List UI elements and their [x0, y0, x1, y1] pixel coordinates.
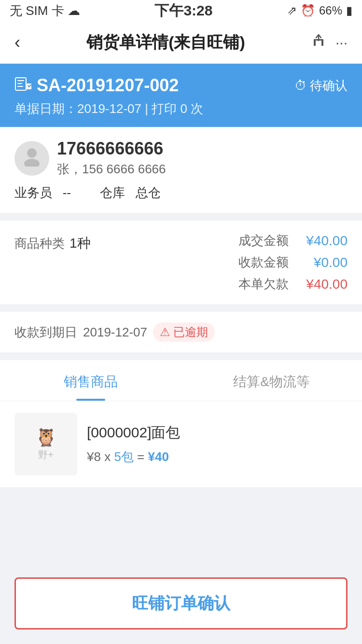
- product-name: [0000002]面包: [87, 423, 348, 443]
- due-section: 收款到期日 2019-12-07 ⚠ 已逾期: [0, 312, 362, 352]
- confirm-order-button[interactable]: 旺铺订单确认: [14, 577, 348, 630]
- category-value: 1种: [70, 234, 91, 252]
- product-section: 🦉 野+ [0000002]面包 ¥8 x 5包 = ¥40: [0, 401, 362, 487]
- due-date-label: 收款到期日: [14, 324, 77, 341]
- svg-rect-1: [321, 39, 323, 46]
- warehouse-label: 仓库: [100, 185, 125, 200]
- alarm-icon: ⏰: [301, 4, 315, 17]
- deal-amount-row: 成交金额 ¥40.00: [238, 232, 348, 249]
- svg-point-10: [24, 159, 40, 167]
- customer-details: 17666666666 张，156 6666 6666: [57, 139, 166, 178]
- overdue-badge: ⚠ 已逾期: [153, 322, 215, 342]
- received-row: 收款金额 ¥0.00: [238, 254, 348, 271]
- owed-value: ¥40.00: [294, 277, 348, 292]
- product-thumb-logo: 🦉 野+: [35, 427, 57, 462]
- deal-amount-value: ¥40.00: [294, 233, 348, 249]
- svg-rect-7: [17, 86, 23, 87]
- avatar-icon: [21, 145, 42, 171]
- order-header-top: SA-20191207-002 ⏱ 待确认: [14, 75, 348, 96]
- customer-name: 张，156 6666 6666: [57, 161, 166, 178]
- received-value: ¥0.00: [294, 255, 348, 270]
- tab-sales-products[interactable]: 销售商品: [0, 360, 181, 401]
- bottom-action: 旺铺订单确认: [0, 570, 362, 644]
- avatar: [14, 141, 49, 176]
- svg-rect-0: [314, 39, 316, 46]
- customer-meta: 业务员 -- 仓库 总仓: [14, 184, 348, 201]
- salesperson-value: --: [63, 185, 71, 200]
- due-date-value: 2019-12-07: [83, 325, 147, 340]
- order-header: SA-20191207-002 ⏱ 待确认 单据日期：2019-12-07 | …: [0, 64, 362, 127]
- warehouse-value: 总仓: [136, 185, 161, 200]
- total-price: ¥40: [148, 449, 169, 464]
- share-icon[interactable]: [311, 33, 326, 51]
- svg-rect-5: [17, 80, 24, 81]
- owed-label: 本单欠款: [238, 276, 289, 293]
- order-status: ⏱ 待确认: [294, 77, 348, 94]
- owed-row: 本单欠款 ¥40.00: [238, 276, 348, 293]
- product-thumbnail: 🦉 野+: [14, 413, 77, 476]
- customer-row: 17666666666 张，156 6666 6666: [14, 139, 348, 178]
- product-price: ¥8 x 5包 = ¥40: [87, 448, 348, 465]
- customer-phone: 17666666666: [57, 139, 166, 159]
- svg-rect-6: [17, 83, 22, 84]
- back-button[interactable]: ‹: [14, 32, 20, 53]
- order-icon: [14, 75, 32, 96]
- status-right: ⇗ ⏰ 66% ▮: [287, 4, 352, 17]
- status-bar: 无 SIM 卡 ☁ 下午3:28 ⇗ ⏰ 66% ▮: [0, 0, 362, 21]
- status-left: 无 SIM 卡 ☁: [10, 2, 80, 19]
- equals-sign: =: [137, 449, 148, 464]
- unit-price: ¥8: [87, 449, 101, 464]
- quantity: 5包: [114, 449, 133, 464]
- clock-icon: ⏱: [294, 78, 307, 93]
- overdue-text: 已逾期: [173, 324, 208, 340]
- svg-point-9: [27, 148, 37, 158]
- no-sim-text: 无 SIM 卡 ☁: [10, 2, 80, 19]
- stats-right: 成交金额 ¥40.00 收款金额 ¥0.00 本单欠款 ¥40.00: [238, 232, 348, 293]
- battery-icon: ▮: [346, 4, 352, 17]
- customer-section: 17666666666 张，156 6666 6666 业务员 -- 仓库 总仓: [0, 127, 362, 213]
- product-info: [0000002]面包 ¥8 x 5包 = ¥40: [87, 423, 348, 465]
- warehouse-field: 仓库 总仓: [100, 184, 161, 201]
- page-title: 销货单详情(来自旺铺): [86, 31, 245, 54]
- status-time: 下午3:28: [154, 1, 212, 21]
- order-date: 单据日期：2019-12-07 | 打印 0 次: [14, 100, 348, 117]
- battery-text: 66%: [319, 4, 342, 17]
- nav-bar: ‹ 销货单详情(来自旺铺) ···: [0, 21, 362, 64]
- salesperson-field: 业务员 --: [14, 184, 71, 201]
- nav-actions: ···: [311, 33, 348, 51]
- multiply-sign: x: [104, 449, 114, 464]
- order-number: SA-20191207-002: [14, 75, 179, 96]
- tab-settlement-logistics[interactable]: 结算&物流等: [181, 360, 362, 401]
- stats-left: 商品种类 1种: [14, 232, 238, 252]
- location-icon: ⇗: [287, 4, 297, 17]
- deal-amount-label: 成交金额: [238, 232, 289, 249]
- received-label: 收款金额: [238, 254, 289, 271]
- salesperson-label: 业务员: [14, 185, 52, 200]
- more-icon[interactable]: ···: [335, 34, 348, 51]
- stats-section: 商品种类 1种 成交金额 ¥40.00 收款金额 ¥0.00 本单欠款 ¥40.…: [0, 221, 362, 304]
- category-label: 商品种类: [14, 235, 65, 252]
- tabs: 销售商品 结算&物流等: [0, 360, 362, 401]
- overdue-icon: ⚠: [160, 325, 170, 339]
